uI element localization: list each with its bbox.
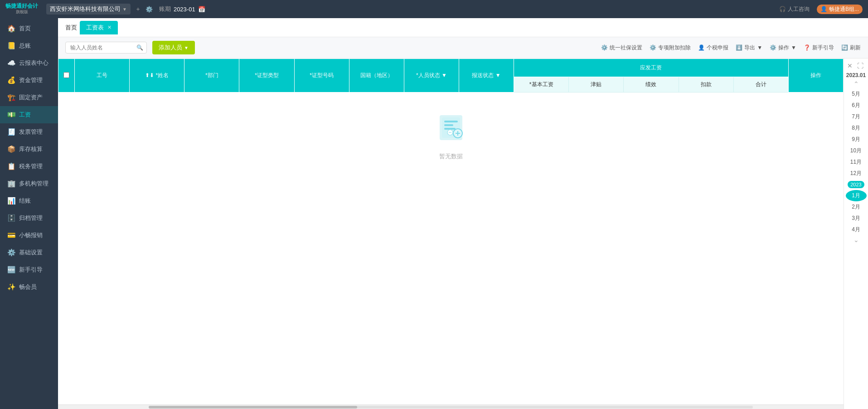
- year-badge-2023[interactable]: 2023: [848, 181, 864, 188]
- tab-home[interactable]: 首页: [65, 24, 77, 32]
- month-item-12[interactable]: 12月: [846, 168, 867, 179]
- sidebar-item-vip[interactable]: ✨ 畅会员: [0, 278, 58, 296]
- sidebar-item-guide[interactable]: 🆕 新手引导: [0, 261, 58, 278]
- empty-text: 暂无数据: [439, 152, 463, 161]
- sidebar-label-invoice: 发票管理: [19, 128, 43, 136]
- month-item-2[interactable]: 2月: [846, 201, 867, 213]
- table-header-checkbox[interactable]: [58, 59, 75, 93]
- month-item-3[interactable]: 3月: [846, 213, 867, 224]
- scrollbar-thumb[interactable]: [149, 406, 357, 409]
- sidebar-item-invoice[interactable]: 🧾 发票管理: [0, 123, 58, 141]
- sidebar-label-fixed-assets: 固定资产: [19, 93, 43, 102]
- month-item-8[interactable]: 8月: [846, 122, 867, 134]
- vip-icon: ✨: [7, 283, 15, 291]
- calendar-icon[interactable]: 📅: [198, 6, 205, 13]
- service-label: 人工咨询: [788, 5, 810, 13]
- month-item-4[interactable]: 4月: [846, 224, 867, 235]
- sidebar-item-settle[interactable]: 📊 结账: [0, 192, 58, 209]
- logo-area: 畅捷通好会计 旗舰版: [5, 3, 38, 15]
- operations-btn[interactable]: ⚙️ 操作 ▼: [770, 44, 796, 52]
- table-header-deduct: 扣款: [679, 77, 733, 93]
- special-deduct-label: 专项附加扣除: [658, 44, 691, 52]
- sidebar-label-settings: 基础设置: [19, 248, 43, 257]
- search-icon: 🔍: [136, 44, 143, 51]
- month-item-1[interactable]: 1月: [846, 190, 867, 201]
- personal-tax-btn[interactable]: 👤 个税申报: [698, 44, 728, 52]
- panel-nav-down-icon[interactable]: ⌄: [853, 236, 859, 243]
- settings-icon: ⚙️: [7, 248, 15, 257]
- table-header-actions: 操作: [788, 59, 843, 93]
- user-badge[interactable]: 👤 畅捷通B组...: [817, 5, 863, 14]
- toolbar-actions: ⚙️ 统一社保设置 ⚙️ 专项附加扣除 👤 个税申报 ⬇️ 导出 ▼: [601, 44, 861, 52]
- panel-close-button[interactable]: ✕: [847, 62, 853, 69]
- sidebar-label-inventory: 库存核算: [19, 145, 43, 153]
- sidebar-item-expense[interactable]: 💳 小畅报销: [0, 227, 58, 244]
- sidebar-item-multi-org[interactable]: 🏢 多机构管理: [0, 175, 58, 192]
- guide-icon: 🆕: [7, 266, 15, 274]
- personal-tax-label: 个税申报: [707, 44, 728, 52]
- company-name: 西安虾米网络科技有限公司: [50, 5, 121, 13]
- export-arrow-icon: ▼: [757, 44, 762, 51]
- search-input[interactable]: [70, 44, 134, 51]
- tab-salary-table[interactable]: 工资表 ✕: [80, 21, 118, 34]
- month-item-9[interactable]: 9月: [846, 134, 867, 145]
- table-header-total: 合计: [733, 77, 788, 93]
- sidebar-item-settings[interactable]: ⚙️ 基础设置: [0, 244, 58, 261]
- select-all-checkbox[interactable]: [63, 72, 69, 78]
- tab-close-icon[interactable]: ✕: [107, 24, 112, 30]
- headset-icon: 🎧: [779, 6, 786, 12]
- month-item-10[interactable]: 10月: [846, 145, 867, 156]
- salary-table: 工号 ⬆⬇ *姓名 *部门 *证型类型 *证型号码 国籍（地区）: [58, 58, 844, 93]
- special-deduct-icon: ⚙️: [650, 44, 656, 51]
- filter-icon[interactable]: ▼: [441, 72, 447, 78]
- service-button[interactable]: 🎧 人工咨询: [779, 5, 810, 13]
- period-value: 2023-01: [174, 6, 195, 13]
- settings-icon-btn[interactable]: ⚙️: [145, 6, 153, 13]
- table-header-cert-type: *证型类型: [239, 59, 294, 93]
- newbie-icon: ❓: [804, 44, 810, 51]
- panel-nav-up-icon[interactable]: ⌃: [853, 80, 859, 88]
- operations-icon: ⚙️: [770, 44, 776, 51]
- company-selector[interactable]: 西安虾米网络科技有限公司 ▼: [46, 4, 131, 15]
- month-item-11[interactable]: 11月: [846, 156, 867, 168]
- sidebar-item-archive[interactable]: 🗄️ 归档管理: [0, 209, 58, 227]
- refresh-btn[interactable]: 🔄 刷新: [841, 44, 861, 52]
- table-header-name: ⬆⬇ *姓名: [130, 59, 184, 93]
- sidebar-label-expense: 小畅报销: [19, 231, 43, 239]
- table-header-row: 工号 ⬆⬇ *姓名 *部门 *证型类型 *证型号码 国籍（地区）: [58, 59, 844, 77]
- sidebar-item-tax[interactable]: 📋 税务管理: [0, 158, 58, 175]
- month-item-7[interactable]: 7月: [846, 111, 867, 122]
- sidebar-item-fixed-assets[interactable]: 🏗️ 固定资产: [0, 89, 58, 106]
- empty-icon: [433, 111, 469, 147]
- add-person-button[interactable]: 添加人员 ▼: [152, 41, 195, 54]
- period-label: 账期: [159, 5, 171, 13]
- social-security-btn[interactable]: ⚙️ 统一社保设置: [601, 44, 642, 52]
- table-header-performance: 绩效: [624, 77, 679, 93]
- panel-expand-button[interactable]: ⛶: [857, 62, 863, 69]
- archive-icon: 🗄️: [7, 214, 15, 222]
- export-btn[interactable]: ⬇️ 导出 ▼: [736, 44, 762, 52]
- table-header-country: 国籍（地区）: [349, 59, 404, 93]
- add-company-button[interactable]: ＋: [135, 5, 141, 13]
- tab-salary-label: 工资表: [86, 24, 104, 32]
- invoice-icon: 🧾: [7, 128, 15, 136]
- sidebar-item-salary[interactable]: 💵 工资: [0, 106, 58, 123]
- sidebar-label-multi-org: 多机构管理: [19, 180, 48, 188]
- sidebar-item-fund[interactable]: 💰 资金管理: [0, 72, 58, 89]
- newbie-guide-btn[interactable]: ❓ 新手引导: [804, 44, 834, 52]
- filter-icon2[interactable]: ▼: [495, 72, 501, 78]
- search-field[interactable]: 🔍: [65, 42, 147, 54]
- sidebar-label-tax: 税务管理: [19, 162, 43, 170]
- sidebar-item-home[interactable]: 🏠 首页: [0, 20, 58, 37]
- sidebar-item-ledger[interactable]: 📒 总账: [0, 37, 58, 54]
- month-item-6[interactable]: 6月: [846, 100, 867, 111]
- toolbar: 🔍 添加人员 ▼ ⚙️ 统一社保设置 ⚙️ 专项附加扣除: [58, 37, 868, 58]
- special-deduct-btn[interactable]: ⚙️ 专项附加扣除: [650, 44, 691, 52]
- month-item-5[interactable]: 5月: [846, 88, 867, 100]
- horizontal-scrollbar[interactable]: [58, 404, 844, 409]
- sidebar-item-inventory[interactable]: 📦 库存核算: [0, 141, 58, 158]
- sidebar-item-cloud-report[interactable]: ☁️ 云报表中心: [0, 54, 58, 72]
- tab-bar: 首页 工资表 ✕: [58, 18, 868, 37]
- table-header-dept: *部门: [184, 59, 239, 93]
- salary-icon: 💵: [7, 111, 15, 119]
